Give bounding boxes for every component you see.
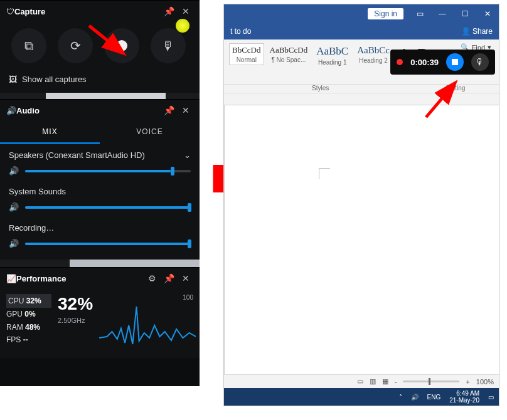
red-arrow-icon	[84, 21, 134, 65]
zoom-in-button[interactable]: +	[466, 378, 469, 386]
ribbon-display-button[interactable]: ▭	[408, 9, 431, 18]
scrollbar[interactable]	[0, 93, 200, 99]
recording-dot-icon	[397, 59, 403, 65]
perf-title: Performance	[16, 274, 144, 283]
recording-overlay: 0:00:39 🎙	[390, 50, 495, 75]
output-device-select[interactable]: Speakers (Conexant SmartAudio HD) ⌄	[9, 150, 191, 160]
perf-ghz: 2.50GHz	[58, 317, 93, 324]
tab-voice[interactable]: VOICE	[100, 121, 200, 144]
pin-button[interactable]: 📌	[160, 103, 178, 117]
style-no-spacing[interactable]: AaBbCcDd¶ No Spac...	[267, 43, 311, 65]
document-area[interactable]	[224, 105, 499, 388]
style-normal[interactable]: BbCcDdNormal	[229, 43, 264, 65]
shield-icon: 🛡	[6, 7, 14, 16]
system-sounds-slider[interactable]	[25, 206, 191, 209]
chevron-down-icon: ⌄	[184, 150, 191, 160]
screenshot-button[interactable]: ⧉	[11, 28, 46, 63]
perf-stats: CPU 32% GPU 0% RAM 48% FPS --	[6, 294, 51, 353]
svg-line-0	[89, 26, 122, 52]
word-titlebar: Sign in ▭ — ☐ ✕	[224, 4, 499, 23]
audio-widget: 🔊 Audio 📌 ✕ MIX VOICE Speakers (Conexant…	[0, 99, 200, 267]
recording-timer: 0:00:39	[410, 58, 439, 67]
tell-me-fragment[interactable]: t to do	[230, 27, 251, 36]
show-all-captures-link[interactable]: 🖼Show all captures	[0, 72, 200, 93]
share-button[interactable]: Share	[472, 27, 493, 36]
view-print-button[interactable]: ▥	[370, 377, 376, 386]
action-center-icon[interactable]: ▭	[488, 394, 494, 401]
windows-taskbar: ˄ 🔊 ENG 6:49 AM 21-May-20 ▭	[224, 388, 499, 406]
master-volume-slider[interactable]	[25, 170, 191, 172]
app-name: System Sounds	[9, 187, 191, 196]
rewind-icon: ⟳	[70, 38, 81, 53]
graph-max-label: 100	[183, 294, 193, 301]
chart-icon: 📈	[6, 274, 16, 283]
settings-button[interactable]: ⚙	[144, 271, 160, 285]
speaker-icon: 🔊	[9, 202, 19, 212]
style-heading1[interactable]: AaBbCHeading 1	[313, 43, 351, 68]
scrollbar[interactable]	[0, 260, 200, 267]
share-icon: 👤	[461, 27, 471, 36]
view-web-button[interactable]: ▦	[382, 377, 388, 386]
show-all-label: Show all captures	[22, 75, 87, 84]
cursor-highlight	[176, 19, 189, 33]
pin-button[interactable]: 📌	[160, 4, 178, 18]
maximize-button[interactable]: ☐	[454, 9, 476, 18]
tab-mix[interactable]: MIX	[0, 121, 100, 144]
zoom-level[interactable]: 100%	[476, 378, 494, 386]
svg-line-1	[426, 85, 454, 117]
close-button[interactable]: ✕	[178, 271, 193, 285]
volume-icon: 🔊	[6, 106, 16, 115]
audio-title: Audio	[16, 106, 160, 115]
speaker-icon: 🔊	[9, 239, 19, 248]
camera-icon: ⧉	[24, 39, 33, 53]
perf-big-number: 32%	[58, 294, 93, 314]
close-button[interactable]: ✕	[178, 103, 193, 117]
zoom-out-button[interactable]: -	[395, 378, 397, 386]
language-indicator[interactable]: ENG	[427, 394, 441, 401]
speaker-icon: 🔊	[9, 166, 19, 176]
styles-group-label: Styles	[258, 85, 383, 92]
capture-widget: 🛡 Capture 📌 ✕ ⧉ ⟳ 🎙 🖼Show all captures	[0, 0, 200, 99]
word-status-bar: ▭ ▥ ▦ - + 100%	[224, 374, 499, 388]
red-arrow-icon	[420, 78, 464, 122]
app-name: Recording…	[9, 223, 191, 233]
stop-recording-button[interactable]	[446, 53, 464, 71]
taskbar-clock[interactable]: 6:49 AM 21-May-20	[449, 390, 479, 404]
style-heading2[interactable]: AaBbCcHeading 2	[354, 43, 393, 66]
pin-button[interactable]: 📌	[160, 271, 178, 285]
mic-toggle-button[interactable]: 🎙	[151, 28, 186, 63]
capture-title: Capture	[14, 7, 160, 16]
recording-app-slider[interactable]	[25, 243, 191, 245]
minimize-button[interactable]: —	[431, 9, 454, 18]
gallery-icon: 🖼	[9, 75, 17, 84]
close-button[interactable]: ✕	[178, 4, 193, 18]
sign-in-button[interactable]: Sign in	[368, 8, 403, 19]
tray-volume-icon[interactable]: 🔊	[411, 394, 419, 401]
close-button[interactable]: ✕	[476, 9, 499, 18]
word-window: Sign in ▭ — ☐ ✕ t to do 👤 Share BbCcDdNo…	[223, 4, 499, 406]
device-name: Speakers (Conexant SmartAudio HD)	[9, 150, 145, 160]
page-corner-mark	[319, 168, 330, 179]
mic-icon: 🎙	[162, 39, 174, 53]
performance-widget: 📈 Performance ⚙ 📌 ✕ CPU 32% GPU 0% RAM 4…	[0, 267, 200, 358]
perf-graph: 100	[99, 294, 196, 353]
tray-chevron-icon[interactable]: ˄	[399, 394, 402, 401]
mic-toggle-button[interactable]: 🎙	[471, 53, 489, 71]
view-read-button[interactable]: ▭	[357, 377, 363, 386]
zoom-slider[interactable]	[403, 381, 459, 382]
